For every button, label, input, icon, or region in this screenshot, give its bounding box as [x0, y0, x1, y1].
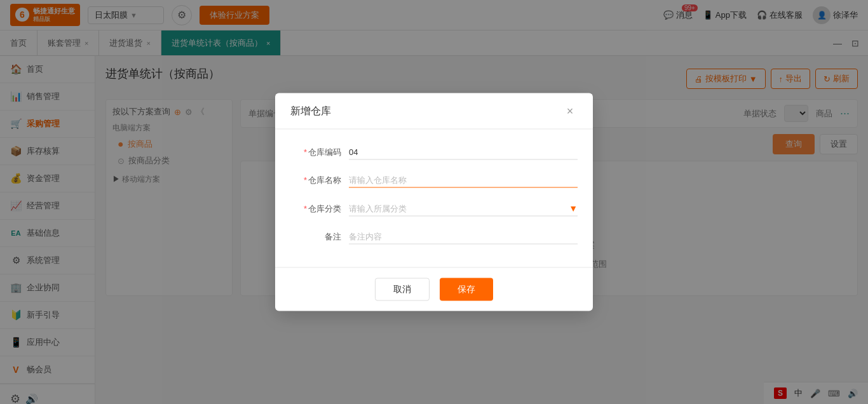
- category-input[interactable]: [349, 203, 569, 213]
- new-warehouse-modal: 新增仓库 × 仓库编码 仓库名称 仓库分类 ▼ 备注 取消 保存: [275, 93, 593, 311]
- category-select[interactable]: ▼: [349, 201, 578, 217]
- name-input[interactable]: [349, 173, 578, 188]
- code-input[interactable]: [349, 145, 578, 160]
- form-row-name: 仓库名称: [290, 173, 578, 188]
- form-row-category: 仓库分类 ▼: [290, 201, 578, 217]
- form-row-remark: 备注: [290, 229, 578, 245]
- modal-body: 仓库编码 仓库名称 仓库分类 ▼ 备注: [275, 130, 593, 267]
- modal-title: 新增仓库: [290, 104, 331, 118]
- category-label: 仓库分类: [290, 203, 341, 214]
- remark-input[interactable]: [349, 229, 578, 245]
- category-dropdown-arrow: ▼: [569, 203, 578, 213]
- form-row-code: 仓库编码: [290, 145, 578, 160]
- remark-label: 备注: [290, 231, 341, 243]
- save-button[interactable]: 保存: [440, 278, 493, 301]
- name-label: 仓库名称: [290, 175, 341, 186]
- code-label: 仓库编码: [290, 147, 341, 158]
- modal-close-button[interactable]: ×: [562, 104, 578, 119]
- modal-footer: 取消 保存: [275, 267, 593, 311]
- cancel-button[interactable]: 取消: [375, 278, 430, 301]
- modal-header: 新增仓库 ×: [275, 93, 593, 130]
